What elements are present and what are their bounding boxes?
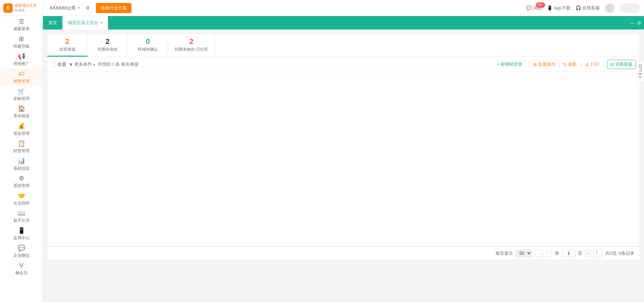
sidebar-item-search-menu[interactable]: ☰ 搜索菜单 bbox=[0, 16, 43, 34]
nav-tabs: 首页 钱货日清工作台 × — ⊞ bbox=[43, 16, 644, 29]
stats-label-all: 全部单据 bbox=[59, 47, 75, 52]
stats-count-shipped: 2 bbox=[190, 37, 194, 46]
user-name-area[interactable] bbox=[620, 3, 640, 13]
sidebar-item-enterprise-collab[interactable]: 🤝 企业协同 bbox=[0, 190, 43, 208]
sidebar-item-system[interactable]: ⚙ 系统管理 bbox=[0, 173, 43, 190]
settings-button[interactable]: ⚙ bbox=[83, 3, 93, 13]
next-page-btn[interactable]: › bbox=[585, 250, 591, 257]
sidebar-item-label: 基础信息 bbox=[13, 166, 30, 171]
sidebar-item-finance[interactable]: 💰 资金管理 bbox=[0, 121, 43, 138]
filter-icon: ▼ bbox=[69, 62, 73, 67]
sidebar-item-operations[interactable]: 📋 经营管理 bbox=[0, 138, 43, 156]
found-unit: 条 bbox=[115, 62, 120, 67]
system-icon: ⚙ bbox=[19, 175, 24, 182]
sidebar-item-label: 经营管理 bbox=[13, 148, 30, 154]
sidebar-item-label: 销售管理 bbox=[13, 78, 30, 84]
tab-close-btn[interactable]: × bbox=[100, 20, 103, 25]
stats-label-shipped: 到期未收款 已出库 bbox=[175, 47, 208, 52]
messages-btn[interactable]: 💬 消息 99+ bbox=[526, 5, 542, 11]
tab-maximize-btn[interactable]: ⊞ bbox=[637, 20, 641, 25]
sidebar-item-label: 搜索菜单 bbox=[13, 26, 30, 32]
sidebar-item-label: 应用中心 bbox=[13, 235, 30, 241]
print-btn[interactable]: 🖨 打印 bbox=[585, 61, 599, 67]
divider4: | bbox=[603, 62, 604, 67]
divider1: | bbox=[528, 62, 529, 67]
found-count: 0 bbox=[112, 62, 114, 67]
toolbar-left: 全选 ▼ 更多条件 ▾ 共找到 0 条 相关单据 bbox=[51, 61, 139, 67]
company-name: XXXXXX公司 bbox=[50, 5, 76, 11]
sidebar-item-guide[interactable]: 📖 新手引导 bbox=[0, 208, 43, 225]
stats-tab-shipped[interactable]: 2 到期未收款 已出库 bbox=[168, 34, 215, 57]
service-icon: 🎧 bbox=[576, 5, 581, 10]
guide-icon: 📖 bbox=[18, 209, 25, 217]
content-area bbox=[47, 72, 640, 246]
sidebar-item-label: 营销推广 bbox=[13, 61, 30, 67]
sidebar-item-inventory[interactable]: 🏠 库存核算 bbox=[0, 103, 43, 121]
stats-count-overdue: 2 bbox=[105, 37, 109, 46]
company-dropdown-arrow: ▼ bbox=[77, 6, 80, 10]
messages-badge: 99+ bbox=[536, 2, 545, 8]
sidebar-logo: 6 畅捷通好生意 标准版 bbox=[0, 0, 43, 16]
app-center-icon: 📱 bbox=[18, 227, 25, 234]
new-sales-btn[interactable]: + 新增销货单 bbox=[494, 60, 525, 69]
sidebar-item-label: 企业微信 bbox=[13, 253, 30, 258]
found-prefix: 共找到 bbox=[98, 62, 111, 67]
sidebar-item-member[interactable]: V 畅会员 bbox=[0, 260, 43, 278]
checkbox-box bbox=[51, 62, 56, 67]
sidebar-item-quick-nav[interactable]: ⊞ 快捷导航 bbox=[0, 34, 43, 51]
divider3: | bbox=[580, 62, 581, 67]
last-page-btn[interactable]: 》 bbox=[594, 249, 602, 257]
sidebar-brand: 畅捷通好生意 bbox=[15, 3, 37, 8]
home-tab-label: 首页 bbox=[48, 20, 57, 26]
quick-nav-icon: ⊞ bbox=[19, 35, 24, 43]
sidebar-item-label: 资金管理 bbox=[13, 131, 30, 136]
sidebar-item-app-center[interactable]: 📱 应用中心 bbox=[0, 225, 43, 243]
page-input[interactable] bbox=[562, 250, 575, 257]
per-page-select[interactable]: 50 bbox=[516, 249, 532, 257]
stats-tab-overdue[interactable]: 2 到期未收款 bbox=[88, 34, 128, 57]
sidebar-item-wechat[interactable]: 💬 企业微信 bbox=[0, 243, 43, 260]
sidebar-item-label: 系统管理 bbox=[13, 183, 30, 189]
switch-icon: ⊟ bbox=[610, 62, 614, 67]
switch-new-btn[interactable]: ⊟ 切换新版 bbox=[607, 60, 636, 69]
pagination-bar: 每页显示 50 《 ‹ 第 页 › 》 共0页, 0条记录 bbox=[47, 246, 640, 260]
stats-count-all: 2 bbox=[65, 37, 69, 46]
stats-tab-all[interactable]: 2 全部单据 bbox=[47, 34, 88, 57]
per-page-label: 每页显示 bbox=[495, 250, 513, 256]
batch-ops-label: 批量操作 bbox=[538, 61, 555, 67]
found-text: 共找到 0 条 相关单据 bbox=[98, 61, 139, 67]
sales-icon: 🏷 bbox=[18, 70, 24, 77]
first-page-btn[interactable]: 《 bbox=[535, 249, 543, 257]
company-selector[interactable]: XXXXXX公司 ▼ bbox=[50, 5, 80, 11]
app-download-btn[interactable]: 📱 App下载 bbox=[547, 5, 570, 11]
trial-btn[interactable]: 体验行业方案 bbox=[96, 3, 131, 13]
select-all-checkbox[interactable]: 全选 bbox=[51, 61, 66, 67]
avatar[interactable] bbox=[605, 3, 614, 13]
marketing-icon: 📢 bbox=[18, 53, 25, 60]
nav-tab-actions: — ⊞ bbox=[630, 20, 644, 25]
total-info: 共0页, 0条记录 bbox=[605, 250, 634, 256]
refresh-btn[interactable]: ↻ 刷新 bbox=[563, 61, 577, 67]
sidebar-item-purchase[interactable]: 🛒 采购管理 bbox=[0, 86, 43, 103]
wechat-icon: 💬 bbox=[18, 244, 25, 252]
sidebar-item-sales[interactable]: 🏷 销售管理 bbox=[0, 68, 43, 86]
sidebar-item-basic-info[interactable]: 📊 基础信息 bbox=[0, 156, 43, 173]
tab-home[interactable]: 首页 bbox=[43, 16, 62, 29]
topbar: 6 畅捷通好生意 标准版 XXXXXX公司 ▼ ⚙ 体验行业方案 💬 消息 99… bbox=[0, 0, 644, 16]
more-conditions-btn[interactable]: ▼ 更多条件 ▾ bbox=[69, 61, 95, 67]
found-suffix: 相关单据 bbox=[121, 62, 139, 67]
stats-tab-pending[interactable]: 0 旺铺待确认 bbox=[128, 34, 168, 57]
often-label[interactable]: OfTEn bbox=[636, 61, 644, 82]
sidebar-item-label: 快捷导航 bbox=[13, 44, 30, 49]
sidebar: 6 畅捷通好生意 标准版 ☰ 搜索菜单 ⊞ 快捷导航 📢 营销推广 🏷 销售管理… bbox=[0, 0, 43, 302]
search-menu-icon: ☰ bbox=[19, 18, 24, 25]
prev-page-btn[interactable]: ‹ bbox=[546, 250, 552, 257]
tab-daily-work[interactable]: 钱货日清工作台 × bbox=[62, 16, 108, 29]
batch-ops-btn[interactable]: ⊞ 批量操作 bbox=[533, 61, 555, 67]
enterprise-icon: 🤝 bbox=[18, 192, 25, 199]
download-icon: 📱 bbox=[547, 5, 552, 10]
sidebar-item-label: 企业协同 bbox=[13, 200, 30, 206]
online-service-btn[interactable]: 🎧 在线客服 bbox=[576, 5, 600, 11]
tab-minimize-btn[interactable]: — bbox=[630, 20, 635, 25]
sidebar-item-marketing[interactable]: 📢 营销推广 bbox=[0, 51, 43, 68]
